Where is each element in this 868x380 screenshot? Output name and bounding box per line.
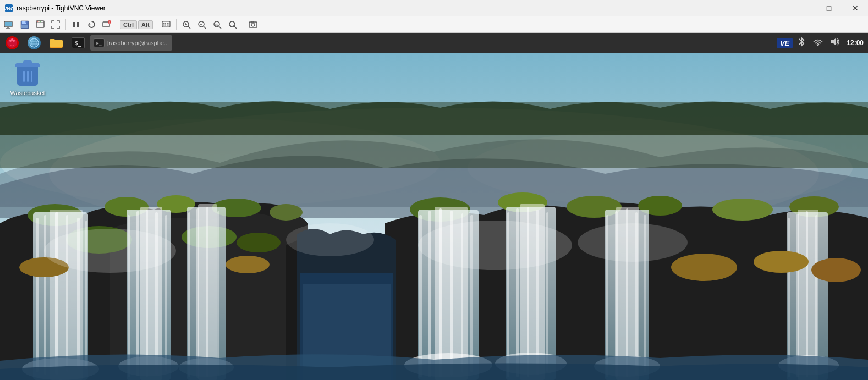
svg-point-143 — [578, 223, 688, 262]
svg-rect-79 — [44, 215, 46, 375]
svg-rect-78 — [36, 218, 39, 372]
svg-rect-26 — [163, 24, 164, 25]
trash-line-3 — [31, 71, 32, 82]
raspberry-icon — [6, 36, 19, 49]
svg-point-135 — [754, 251, 809, 273]
zoom-100-button[interactable]: 1:1 — [210, 18, 224, 31]
zoom-fit-button[interactable] — [226, 18, 240, 31]
terminal-window-icon: ▶_ — [94, 38, 105, 47]
title-bar-controls: – □ ✕ — [790, 0, 868, 16]
systray: VE 12:00 — [772, 33, 868, 53]
zoom-out-button[interactable] — [195, 18, 209, 31]
svg-point-66 — [270, 204, 303, 221]
title-bar-text: raspberrypi - TightVNC Viewer — [17, 4, 106, 12]
refresh-toolbar-button[interactable] — [84, 18, 98, 31]
trash-line-1 — [23, 71, 25, 82]
svg-point-48 — [11, 38, 13, 41]
trash-line-2 — [27, 71, 29, 82]
minimize-button[interactable]: – — [790, 0, 815, 16]
svg-point-141 — [286, 223, 374, 256]
file-manager-button[interactable] — [46, 35, 66, 51]
svg-rect-95 — [206, 207, 208, 377]
svg-rect-90 — [165, 215, 167, 372]
clock[interactable]: 12:00 — [847, 39, 864, 47]
desktop: Wastebasket — [0, 53, 868, 380]
svg-text:VNC: VNC — [4, 6, 13, 12]
desktop-background — [0, 53, 868, 380]
ctrl-label[interactable]: Ctrl — [120, 20, 137, 29]
options-toolbar-button[interactable] — [33, 18, 47, 31]
svg-point-56 — [817, 45, 819, 47]
wastebasket-icon[interactable]: Wastebasket — [8, 61, 47, 98]
send-keys-button[interactable] — [159, 18, 173, 31]
alt-label[interactable]: Alt — [138, 20, 153, 29]
svg-point-140 — [44, 229, 176, 273]
fullscreen-toolbar-button[interactable] — [48, 18, 63, 31]
save-toolbar-button[interactable] — [18, 18, 32, 31]
svg-rect-23 — [164, 23, 166, 24]
toolbar-sep-5 — [243, 19, 243, 30]
terminal-launcher-button[interactable]: $_ — [68, 35, 88, 51]
svg-rect-21 — [162, 21, 170, 27]
title-bar-icon: VNC — [4, 4, 13, 13]
svg-rect-55 — [50, 40, 63, 47]
svg-marker-57 — [831, 38, 836, 45]
svg-rect-15 — [73, 22, 75, 27]
wastebasket-label: Wastebasket — [10, 90, 45, 96]
browser-button[interactable] — [24, 35, 44, 51]
toolbar: ! Ctrl Alt 1:1 — [0, 16, 868, 33]
svg-rect-22 — [163, 23, 164, 24]
svg-rect-96 — [217, 211, 219, 375]
svg-point-50 — [32, 38, 36, 47]
svg-rect-125 — [806, 211, 808, 377]
svg-line-41 — [234, 26, 237, 29]
toolbar-sep-3 — [156, 19, 156, 30]
svg-rect-9 — [21, 25, 28, 28]
screenshot-button[interactable] — [246, 18, 260, 31]
svg-rect-94 — [196, 208, 199, 378]
svg-rect-126 — [815, 215, 817, 375]
maximize-button[interactable]: □ — [816, 0, 842, 16]
raspberry-menu-button[interactable] — [2, 35, 22, 51]
pause-toolbar-button[interactable] — [69, 18, 83, 31]
svg-rect-4 — [7, 27, 9, 28]
svg-rect-8 — [25, 21, 26, 23]
svg-point-136 — [811, 258, 861, 282]
volume-icon[interactable] — [828, 36, 842, 49]
connect-toolbar-button[interactable] — [2, 18, 17, 31]
title-bar: VNC raspberrypi - TightVNC Viewer – □ ✕ — [0, 0, 868, 16]
ve-badge[interactable]: VE — [777, 38, 793, 48]
toolbar-sep-1 — [65, 19, 66, 30]
svg-line-39 — [219, 26, 221, 29]
taskbar: $_ ▶_ [raspberrypi@raspbe... VE 12:00 — [0, 33, 868, 53]
trash-body — [17, 67, 38, 86]
svg-rect-5 — [6, 28, 10, 29]
wifi-icon[interactable] — [810, 36, 826, 49]
svg-point-14 — [40, 21, 41, 22]
svg-rect-3 — [5, 22, 12, 26]
svg-line-36 — [204, 26, 206, 29]
svg-rect-29 — [168, 24, 169, 25]
globe-icon — [28, 36, 41, 49]
toolbar-sep-2 — [117, 19, 117, 30]
svg-line-33 — [188, 26, 190, 29]
terminal-window-button[interactable]: ▶_ [raspberrypi@raspbe... — [90, 35, 172, 51]
bluetooth-icon[interactable] — [795, 35, 808, 51]
folder-icon — [50, 37, 63, 48]
trash-lid — [15, 63, 40, 67]
toolbar-sep-4 — [176, 19, 177, 30]
svg-rect-27 — [164, 24, 166, 25]
zoom-in-button[interactable] — [179, 18, 194, 31]
request-update-button[interactable]: ! — [100, 18, 114, 31]
svg-point-75 — [237, 233, 281, 252]
svg-rect-28 — [167, 24, 168, 25]
svg-point-12 — [37, 21, 38, 22]
svg-rect-25 — [168, 23, 169, 24]
svg-rect-80 — [55, 212, 58, 375]
trash-graphic — [17, 63, 39, 87]
svg-point-134 — [671, 254, 737, 281]
svg-text:1:1: 1:1 — [215, 23, 218, 26]
terminal-window-label: [raspberrypi@raspbe... — [107, 40, 169, 46]
close-button[interactable]: ✕ — [843, 0, 868, 16]
svg-rect-24 — [167, 23, 168, 24]
